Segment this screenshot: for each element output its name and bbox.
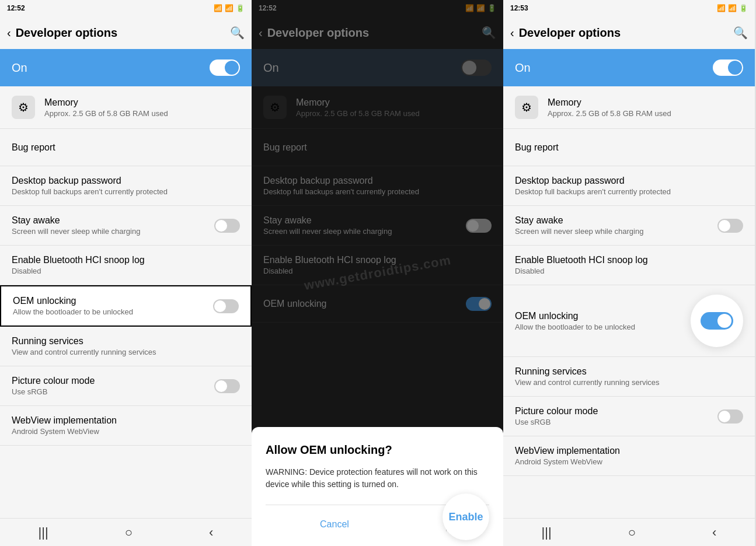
nav-recents-right[interactable]: ||| — [542, 525, 552, 540]
stay-awake-subtitle-left: Screen will never sleep while charging — [12, 227, 214, 236]
webview-text-left: WebView implementation Android System We… — [12, 415, 240, 436]
memory-subtitle-right: Approx. 2.5 GB of 5.8 GB RAM used — [548, 109, 671, 118]
memory-title-left: Memory — [44, 97, 168, 108]
toggle-knob-left — [225, 61, 239, 75]
picture-colour-text-left: Picture colour mode Use sRGB — [12, 376, 214, 396]
bluetooth-title-right: Enable Bluetooth HCI snoop log — [515, 255, 743, 265]
master-toggle-right[interactable] — [713, 60, 743, 76]
bluetooth-right[interactable]: Enable Bluetooth HCI snoop log Disabled — [503, 246, 755, 285]
oem-knob-right — [717, 314, 731, 328]
memory-item-right[interactable]: ⚙ Memory Approx. 2.5 GB of 5.8 GB RAM us… — [503, 86, 755, 129]
dialog-overlay: Allow OEM unlocking? WARNING: Device pro… — [252, 0, 503, 546]
stay-awake-left[interactable]: Stay awake Screen will never sleep while… — [0, 206, 252, 246]
running-services-subtitle-right: View and control currently running servi… — [515, 378, 743, 387]
stay-awake-text-left: Stay awake Screen will never sleep while… — [12, 215, 214, 236]
memory-title-right: Memory — [548, 97, 671, 108]
webview-left[interactable]: WebView implementation Android System We… — [0, 406, 252, 446]
oem-title-left: OEM unlocking — [13, 296, 213, 306]
top-bar-left-content: ‹ Developer options — [7, 26, 117, 40]
wifi-icon-right: 📶 — [717, 4, 726, 12]
bug-report-left[interactable]: Bug report — [0, 129, 252, 166]
bluetooth-left[interactable]: Enable Bluetooth HCI snoop log Disabled — [0, 246, 252, 285]
webview-right[interactable]: WebView implementation Android System We… — [503, 436, 755, 476]
picture-colour-subtitle-left: Use sRGB — [12, 387, 214, 396]
running-services-left[interactable]: Running services View and control curren… — [0, 327, 252, 366]
nav-home-right[interactable]: ○ — [628, 525, 636, 540]
oem-toggle-left[interactable] — [213, 299, 239, 313]
battery-icon: 🔋 — [236, 4, 245, 12]
search-icon-left[interactable]: 🔍 — [230, 26, 245, 40]
left-panel: 12:52 📶 📶 🔋 ‹ Developer options 🔍 On ⚙ M… — [0, 0, 252, 546]
memory-subtitle-left: Approx. 2.5 GB of 5.8 GB RAM used — [44, 109, 168, 118]
top-bar-right: ‹ Developer options 🔍 — [503, 16, 755, 49]
status-bar-left: 12:52 📶 📶 🔋 — [0, 0, 252, 16]
cancel-button[interactable]: Cancel — [308, 514, 361, 534]
settings-list-right: ⚙ Memory Approx. 2.5 GB of 5.8 GB RAM us… — [503, 86, 755, 518]
oem-dialog: Allow OEM unlocking? WARNING: Device pro… — [252, 427, 503, 546]
oem-subtitle-right: Allow the bootloader to be unlocked — [515, 323, 691, 331]
desktop-backup-title-left: Desktop backup password — [12, 176, 240, 186]
picture-colour-knob-left — [215, 380, 227, 392]
status-icons-left: 📶 📶 🔋 — [214, 4, 245, 12]
oem-unlocking-right[interactable]: OEM unlocking Allow the bootloader to be… — [503, 285, 755, 357]
bluetooth-text-left: Enable Bluetooth HCI snoop log Disabled — [12, 255, 240, 275]
picture-colour-knob-right — [719, 411, 730, 422]
running-services-title-left: Running services — [12, 336, 240, 346]
nav-back-right[interactable]: ‹ — [712, 525, 716, 540]
memory-icon-right: ⚙ — [515, 96, 538, 119]
enable-button[interactable]: Enable — [443, 494, 489, 540]
stay-awake-knob-right — [719, 220, 730, 232]
page-title-right: Developer options — [519, 26, 621, 40]
signal-icon: 📶 — [225, 4, 234, 12]
running-services-right[interactable]: Running services View and control curren… — [503, 357, 755, 397]
running-services-title-right: Running services — [515, 366, 743, 377]
bug-report-title-right: Bug report — [515, 142, 743, 153]
nav-home-left[interactable]: ○ — [125, 525, 133, 540]
status-icons-right: 📶 📶 🔋 — [717, 4, 748, 12]
oem-knob-left — [214, 300, 226, 312]
stay-awake-toggle-left[interactable] — [214, 219, 240, 233]
picture-colour-left[interactable]: Picture colour mode Use sRGB — [0, 366, 252, 406]
dialog-title: Allow OEM unlocking? — [266, 443, 489, 457]
master-toggle-left[interactable] — [210, 60, 240, 76]
stay-awake-knob-left — [215, 220, 227, 232]
webview-title-left: WebView implementation — [12, 415, 240, 426]
stay-awake-toggle-right[interactable] — [717, 219, 743, 233]
memory-item-left[interactable]: ⚙ Memory Approx. 2.5 GB of 5.8 GB RAM us… — [0, 86, 252, 129]
bluetooth-text-right: Enable Bluetooth HCI snoop log Disabled — [515, 255, 743, 275]
search-icon-right[interactable]: 🔍 — [733, 26, 748, 40]
desktop-backup-text-right: Desktop backup password Desktop full bac… — [515, 176, 743, 196]
oem-text-left: OEM unlocking Allow the bootloader to be… — [13, 296, 213, 316]
oem-toggle-highlight-right — [691, 295, 743, 347]
bug-report-title-left: Bug report — [12, 142, 240, 153]
bluetooth-subtitle-left: Disabled — [12, 267, 240, 275]
memory-text-right: Memory Approx. 2.5 GB of 5.8 GB RAM used — [548, 97, 671, 118]
on-toggle-bar-left: On — [0, 49, 252, 86]
desktop-backup-subtitle-left: Desktop full backups aren't currently pr… — [12, 187, 240, 196]
signal-icon-right: 📶 — [728, 4, 737, 12]
picture-colour-toggle-right[interactable] — [717, 410, 743, 424]
running-services-subtitle-left: View and control currently running servi… — [12, 348, 240, 356]
picture-colour-toggle-left[interactable] — [214, 379, 240, 393]
nav-recents-left[interactable]: ||| — [39, 525, 48, 540]
bluetooth-subtitle-right: Disabled — [515, 267, 743, 275]
stay-awake-text-right: Stay awake Screen will never sleep while… — [515, 215, 717, 236]
webview-text-right: WebView implementation Android System We… — [515, 446, 743, 466]
desktop-backup-text-left: Desktop backup password Desktop full bac… — [12, 176, 240, 196]
oem-toggle-right[interactable] — [701, 312, 733, 330]
oem-title-right: OEM unlocking — [515, 311, 691, 321]
wifi-icon: 📶 — [214, 4, 222, 12]
bug-report-right[interactable]: Bug report — [503, 129, 755, 166]
back-button-right[interactable]: ‹ — [510, 26, 514, 40]
picture-colour-right[interactable]: Picture colour mode Use sRGB — [503, 397, 755, 436]
nav-back-left[interactable]: ‹ — [209, 525, 213, 540]
toggle-knob-right — [728, 61, 742, 75]
stay-awake-right[interactable]: Stay awake Screen will never sleep while… — [503, 206, 755, 246]
desktop-backup-right[interactable]: Desktop backup password Desktop full bac… — [503, 166, 755, 206]
back-button-left[interactable]: ‹ — [7, 26, 11, 40]
oem-subtitle-left: Allow the bootloader to be unlocked — [13, 307, 213, 316]
desktop-backup-left[interactable]: Desktop backup password Desktop full bac… — [0, 166, 252, 206]
stay-awake-subtitle-right: Screen will never sleep while charging — [515, 227, 717, 236]
picture-colour-text-right: Picture colour mode Use sRGB — [515, 406, 717, 426]
oem-unlocking-left[interactable]: OEM unlocking Allow the bootloader to be… — [0, 285, 252, 327]
